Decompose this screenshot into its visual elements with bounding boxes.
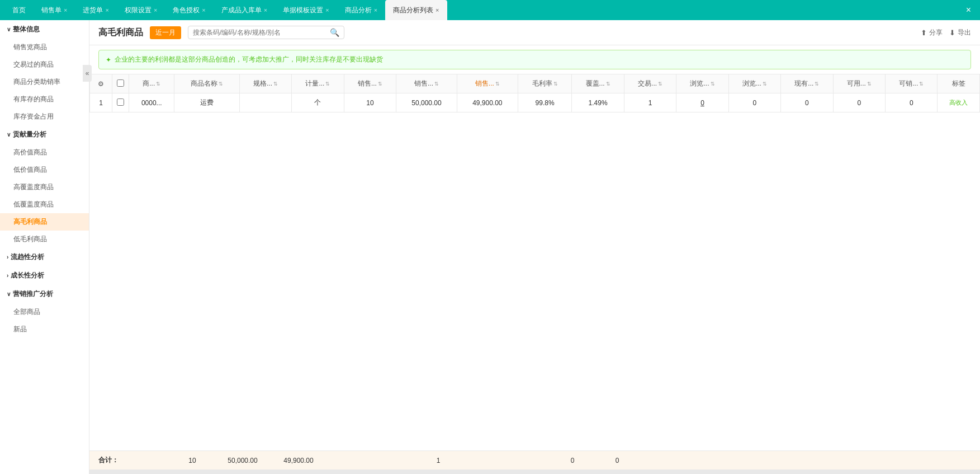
sort-icon-7: ⇅ [495, 81, 500, 87]
sidebar-item-traded-products[interactable]: 交易过的商品 [0, 56, 89, 73]
close-roles-tab[interactable]: × [202, 7, 205, 13]
nav-tab-roles[interactable]: 角色授权 × [165, 0, 213, 20]
nav-tab-sales[interactable]: 销售单 × [34, 0, 75, 20]
top-navigation: 首页 销售单 × 进货单 × 权限设置 × 角色授权 × 产成品入库单 × 单据… [0, 0, 980, 20]
col-header-stock-current[interactable]: 现有...⇅ [781, 74, 833, 93]
horizontal-scrollbar[interactable] [89, 470, 980, 474]
col-header-sales-amount[interactable]: 销售...⇅ [396, 74, 457, 93]
sidebar-item-new-products[interactable]: 新品 [0, 321, 89, 338]
cell-transactions: 1 [624, 93, 676, 112]
close-templates-tab[interactable]: × [325, 7, 329, 13]
sidebar-item-low-value[interactable]: 低价值商品 [0, 161, 89, 179]
nav-tab-analysis[interactable]: 商品分析 × [337, 0, 385, 20]
sidebar-group-growth[interactable]: › 成长性分析 [0, 266, 89, 285]
col-header-views1[interactable]: 浏览...⇅ [676, 74, 728, 93]
close-sales-tab[interactable]: × [64, 7, 67, 13]
col-header-stock-sellable[interactable]: 可销...⇅ [886, 74, 938, 93]
time-filter-button[interactable]: 近一月 [150, 26, 181, 39]
cell-tag: 高收入 [938, 93, 980, 112]
footer-stock-available: 0 [595, 457, 640, 464]
nav-tab-analysis-list[interactable]: 商品分析列表 × [385, 0, 447, 20]
sort-icon-10: ⇅ [658, 81, 662, 87]
row-checkbox[interactable] [117, 98, 124, 106]
cell-views2: 0 [728, 93, 780, 112]
sidebar-item-stock-capital[interactable]: 库存资金占用 [0, 108, 89, 125]
sort-icon-6: ⇅ [434, 81, 439, 87]
col-header-transactions[interactable]: 交易...⇅ [624, 74, 676, 93]
close-analysis-tab[interactable]: × [374, 7, 377, 13]
cell-sales-qty: 10 [344, 93, 396, 112]
info-icon: ✦ [106, 56, 111, 64]
sort-icon: ⇅ [156, 81, 160, 87]
nav-tab-permissions[interactable]: 权限设置 × [117, 0, 165, 20]
search-input[interactable] [193, 29, 328, 36]
footer-sales-qty: 10 [170, 457, 215, 464]
sidebar-group-contribution[interactable]: ∨ 贡献量分析 [0, 125, 89, 144]
cell-sales-amount: 50,000.00 [396, 93, 457, 112]
cell-checkbox[interactable] [112, 93, 129, 112]
col-header-gross-margin[interactable]: 毛利率⇅ [518, 74, 572, 93]
close-all-button[interactable]: × [962, 5, 976, 15]
footer-sales-profit: 49,900.00 [271, 457, 326, 464]
arrow-icon-4: › [7, 273, 8, 279]
sidebar-group-trend[interactable]: › 流趋性分析 [0, 248, 89, 266]
arrow-icon: ∨ [7, 26, 11, 32]
sidebar-item-low-coverage[interactable]: 低覆盖度商品 [0, 196, 89, 213]
product-table: ⚙ 商...⇅ 商品名称⇅ 规格...⇅ 计量...⇅ 销售...⇅ 销售...… [89, 74, 980, 112]
cell-unit: 个 [292, 93, 344, 112]
col-header-checkbox[interactable] [112, 74, 129, 93]
sidebar-item-low-margin[interactable]: 低毛利商品 [0, 231, 89, 248]
col-header-name[interactable]: 商品名称⇅ [174, 74, 239, 93]
header-actions: ⬆ 分享 ⬇ 导出 [921, 28, 971, 37]
cell-views1[interactable]: 0 [676, 93, 728, 112]
arrow-icon-5: ∨ [7, 291, 11, 297]
sidebar-item-in-stock[interactable]: 有库存的商品 [0, 91, 89, 108]
sort-icon-2: ⇅ [219, 81, 223, 87]
sidebar-item-category-rate[interactable]: 商品分类助销率 [0, 73, 89, 91]
sort-icon-13: ⇅ [815, 81, 819, 87]
sort-icon-11: ⇅ [711, 81, 715, 87]
col-header-sales-qty[interactable]: 销售...⇅ [344, 74, 396, 93]
main-content: 高毛利商品 近一月 🔍 ⬆ 分享 ⬇ 导出 [89, 20, 980, 474]
cell-stock-current: 0 [781, 93, 833, 112]
col-header-sales-profit[interactable]: 销售...⇅ [457, 74, 518, 93]
nav-tab-purchase[interactable]: 进货单 × [75, 0, 116, 20]
nav-tab-home[interactable]: 首页 [4, 0, 34, 20]
col-header-unit[interactable]: 计量...⇅ [292, 74, 344, 93]
export-button[interactable]: ⬇ 导出 [949, 28, 971, 37]
close-purchase-tab[interactable]: × [105, 7, 108, 13]
arrow-icon-3: › [7, 254, 8, 260]
sidebar-item-high-margin[interactable]: 高毛利商品 [0, 213, 89, 231]
share-icon: ⬆ [921, 29, 927, 37]
cell-index: 1 [90, 93, 112, 112]
sidebar-item-high-coverage[interactable]: 高覆盖度商品 [0, 179, 89, 196]
close-permissions-tab[interactable]: × [154, 7, 157, 13]
views1-link[interactable]: 0 [700, 99, 704, 107]
share-button[interactable]: ⬆ 分享 [921, 28, 943, 37]
col-header-spec[interactable]: 规格...⇅ [239, 74, 291, 93]
cell-spec [239, 93, 291, 112]
sidebar-group-overall[interactable]: ∨ 整体信息 [0, 20, 89, 39]
sidebar-collapse-button[interactable]: « [83, 65, 92, 82]
sort-icon-8: ⇅ [553, 81, 558, 87]
sidebar-item-high-value[interactable]: 高价值商品 [0, 144, 89, 161]
col-header-views2[interactable]: 浏览...⇅ [728, 74, 780, 93]
col-header-stock-available[interactable]: 可用...⇅ [833, 74, 885, 93]
sidebar-item-all-products[interactable]: 全部商品 [0, 303, 89, 321]
sort-icon-4: ⇅ [325, 81, 330, 87]
close-analysis-list-tab[interactable]: × [435, 7, 439, 13]
sidebar-item-sales-overview[interactable]: 销售览商品 [0, 39, 89, 56]
col-header-code[interactable]: 商...⇅ [129, 74, 174, 93]
search-icon[interactable]: 🔍 [330, 28, 339, 37]
close-warehouse-tab[interactable]: × [264, 7, 267, 13]
nav-tab-templates[interactable]: 单据模板设置 × [275, 0, 337, 20]
col-header-settings[interactable]: ⚙ [90, 74, 112, 93]
col-header-coverage[interactable]: 覆盖...⇅ [572, 74, 624, 93]
tag-label: 高收入 [949, 99, 968, 106]
cell-gross-margin: 99.8% [518, 93, 572, 112]
select-all-checkbox[interactable] [117, 79, 124, 87]
nav-tab-warehouse[interactable]: 产成品入库单 × [214, 0, 275, 20]
page-title: 高毛利商品 [98, 27, 143, 39]
search-box[interactable]: 🔍 [188, 26, 344, 39]
sidebar-group-marketing[interactable]: ∨ 营销推广分析 [0, 285, 89, 303]
